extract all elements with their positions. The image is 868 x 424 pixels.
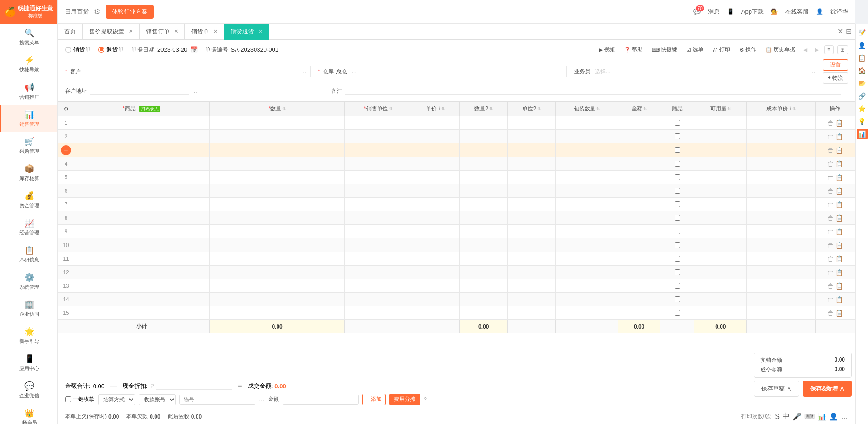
warehouse-select-icon[interactable]: … <box>352 68 357 75</box>
settings-gear-icon[interactable]: ⚙ <box>94 7 100 16</box>
unit-price-cell-1[interactable] <box>411 116 459 130</box>
remark-input[interactable] <box>345 88 841 95</box>
product-input-active[interactable] <box>77 147 207 153</box>
unit2-cell-1[interactable] <box>508 116 556 130</box>
save-draft-button[interactable]: 保存草稿 ∧ <box>754 381 799 397</box>
gift-checkbox-2[interactable] <box>675 133 680 139</box>
pack-qty-cell-1[interactable] <box>556 116 618 130</box>
toolbar-video[interactable]: ▶ 视频 <box>596 44 618 55</box>
tab-sales-return[interactable]: 销货退货 ✕ <box>224 24 269 40</box>
tab-close-all-icon[interactable]: ✕ <box>837 27 843 36</box>
toolbar-shortcut[interactable]: ⌨ 快捷键 <box>649 44 680 55</box>
tab-expand-icon[interactable]: ⊞ <box>846 27 852 36</box>
sales-unit-cell-1[interactable] <box>345 116 411 130</box>
sales-unit-cell-2[interactable] <box>345 130 411 143</box>
amount-sort-icon[interactable]: ⇅ <box>643 106 647 111</box>
trial-button[interactable]: 体验行业方案 <box>106 5 154 19</box>
tab-sales-return-close[interactable]: ✕ <box>259 29 263 34</box>
amount-cell-active[interactable] <box>618 143 660 157</box>
sales-unit-sort-icon[interactable]: ⇅ <box>389 106 392 111</box>
delete-icon-2[interactable]: 🗑 <box>827 133 834 140</box>
toolbar-history[interactable]: 📋 历史单据 <box>763 44 798 55</box>
sidebar-item-sales[interactable]: 📊 销售管理 <box>0 105 57 132</box>
sidebar-item-enterprise[interactable]: 🏢 企业协同 <box>0 295 57 322</box>
gift-checkbox-13[interactable] <box>675 283 680 289</box>
cost-price-sort-icon[interactable]: ⇅ <box>792 106 796 111</box>
calendar-icon[interactable]: 📅 <box>190 46 198 53</box>
toolbar-operate[interactable]: ⚙ 操作 <box>736 44 759 55</box>
copy-icon-active[interactable]: 📋 <box>835 147 843 154</box>
sidebar-item-operations[interactable]: 📈 经营管理 <box>0 214 57 241</box>
right-sidebar-icon-3[interactable]: 📋 <box>857 52 868 63</box>
zhong-icon[interactable]: 中 <box>783 412 790 421</box>
copy-icon-7[interactable]: 📋 <box>835 201 843 208</box>
qty2-cell-2[interactable] <box>460 130 508 143</box>
salesperson-input[interactable] <box>593 67 806 76</box>
account-select[interactable]: 收款账号 <box>139 394 176 405</box>
gift-checkbox-10[interactable] <box>675 242 680 248</box>
qty-sort-icon[interactable]: ⇅ <box>282 106 286 111</box>
tab-sales-order[interactable]: 销售订单 ✕ <box>140 24 185 40</box>
save-new-button[interactable]: 保存&新增 ∧ <box>803 381 852 397</box>
cost-price-cell-1[interactable] <box>747 116 815 130</box>
right-sidebar-icon-4[interactable]: 🏠 <box>857 65 868 76</box>
tab-home[interactable]: 首页 <box>58 24 83 40</box>
radio-return[interactable]: 退货单 <box>98 46 124 54</box>
copy-icon-5[interactable]: 📋 <box>835 174 843 181</box>
delete-icon-14[interactable]: 🗑 <box>827 296 834 303</box>
sidebar-item-newguide[interactable]: 🌟 新手引导 <box>0 322 57 349</box>
gift-cell-12[interactable] <box>660 266 694 279</box>
dots-icon[interactable]: … <box>259 396 264 403</box>
delete-icon-7[interactable]: 🗑 <box>827 201 834 208</box>
gift-cell-9[interactable] <box>660 225 694 238</box>
cost-price-cell-active[interactable] <box>747 143 815 157</box>
copy-icon-8[interactable]: 📋 <box>835 214 843 222</box>
copy-icon-11[interactable]: 📋 <box>835 255 843 262</box>
pack-qty-cell-2[interactable] <box>556 130 618 143</box>
cost-price-info-icon[interactable]: ℹ <box>789 106 791 111</box>
gift-checkbox-8[interactable] <box>675 215 680 221</box>
row-add-btn-cell[interactable]: + <box>58 143 74 157</box>
tab-sales-delivery[interactable]: 销货单 ✕ <box>185 24 224 40</box>
gift-cell-6[interactable] <box>660 184 694 198</box>
gift-checkbox-11[interactable] <box>675 256 680 262</box>
delete-icon-10[interactable]: 🗑 <box>827 242 834 249</box>
delete-icon-15[interactable]: 🗑 <box>827 310 834 317</box>
qty2-cell-active[interactable] <box>460 143 508 157</box>
sales-unit-cell-active[interactable] <box>345 143 411 157</box>
copy-icon-15[interactable]: 📋 <box>835 310 843 317</box>
amount-cell-2[interactable] <box>618 130 660 143</box>
tab-price[interactable]: 售价提取设置 ✕ <box>83 24 140 40</box>
qty-cell-1[interactable] <box>209 116 345 130</box>
amount-input[interactable] <box>283 395 359 405</box>
sidebar-item-purchase[interactable]: 🛒 采购管理 <box>0 132 57 159</box>
product-cell-2[interactable] <box>74 130 210 143</box>
delete-icon-11[interactable]: 🗑 <box>827 255 834 262</box>
delete-icon-9[interactable]: 🗑 <box>827 228 834 235</box>
copy-icon-10[interactable]: 📋 <box>835 242 843 249</box>
product-cell-4[interactable] <box>74 157 210 171</box>
add-row-button[interactable]: + <box>61 145 71 155</box>
gift-cell-13[interactable] <box>660 279 694 293</box>
tab-price-close[interactable]: ✕ <box>129 29 133 34</box>
gift-cell-11[interactable] <box>660 252 694 266</box>
copy-icon-12[interactable]: 📋 <box>835 269 843 276</box>
scan-input-btn[interactable]: 扫码录入 <box>139 106 160 112</box>
copy-icon-4[interactable]: 📋 <box>835 160 843 167</box>
qty2-sort-icon[interactable]: ⇅ <box>489 106 493 111</box>
sidebar-item-appcenter[interactable]: 📱 应用中心 <box>0 349 57 376</box>
gift-cell-7[interactable] <box>660 198 694 211</box>
gift-checkbox-12[interactable] <box>675 269 680 275</box>
available-cell-1[interactable] <box>694 116 747 130</box>
radio-delivery[interactable]: 销货单 <box>65 46 91 54</box>
sidebar-item-wechat[interactable]: 💬 企业微信 <box>0 376 57 404</box>
mic-icon[interactable]: 🎤 <box>793 412 802 421</box>
copy-icon-6[interactable]: 📋 <box>835 187 843 195</box>
sougou-icon[interactable]: S <box>775 413 780 421</box>
toolbar-print[interactable]: 🖨 打印 <box>710 44 733 55</box>
address-input[interactable] <box>90 88 189 95</box>
right-sidebar-icon-1[interactable]: 📝 <box>857 27 868 38</box>
delete-icon-1[interactable]: 🗑 <box>827 119 834 127</box>
qty-input-1[interactable] <box>212 120 342 126</box>
unit-price-cell-2[interactable] <box>411 130 459 143</box>
